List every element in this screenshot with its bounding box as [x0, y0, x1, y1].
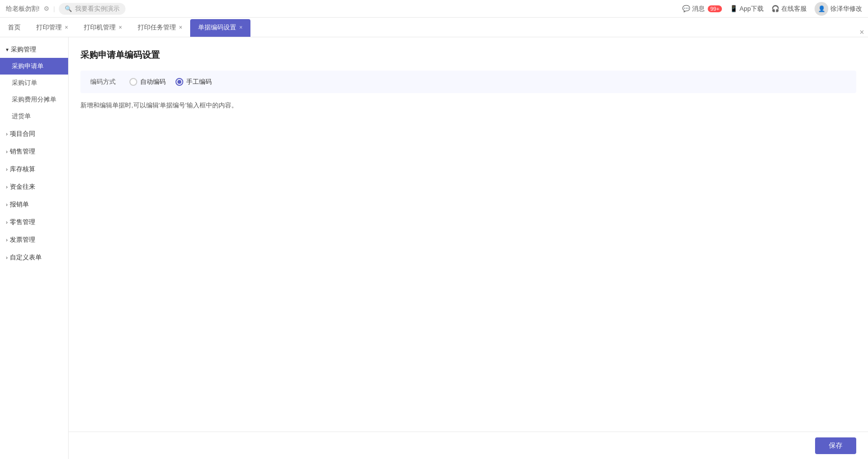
- close-all-icon[interactable]: ×: [860, 28, 864, 37]
- sidebar-group-sales-mgmt: › 销售管理: [0, 143, 68, 160]
- tab-printer-mgmt[interactable]: 打印机管理 ×: [76, 19, 130, 37]
- tab-single-doc-code-label: 单据编码设置: [198, 23, 236, 32]
- encoding-label: 编码方式: [90, 77, 116, 86]
- sidebar-item-purchase-expense-label: 采购费用分摊单: [12, 96, 56, 103]
- tab-home-label: 首页: [8, 23, 21, 32]
- search-bar[interactable]: 🔍 我要看实例演示: [59, 3, 125, 15]
- user-name: 徐泽华修改: [830, 4, 862, 13]
- top-bar-right: 💬 消息 99+ 📱 App下载 🎧 在线客服 👤 徐泽华修改: [682, 2, 862, 16]
- radio-auto-circle: [129, 78, 137, 86]
- top-bar: 给老板勿割! ⚙ | 🔍 我要看实例演示 💬 消息 99+ 📱 App下载 🎧 …: [0, 0, 868, 18]
- message-item[interactable]: 💬 消息 99+: [682, 4, 722, 13]
- sidebar-item-purchase-order-label: 采购订单: [12, 79, 37, 86]
- sidebar-group-fund-flow: › 资金往来: [0, 178, 68, 195]
- sidebar-group-inventory-title[interactable]: › 库存核算: [0, 161, 68, 178]
- save-button[interactable]: 保存: [815, 437, 856, 454]
- divider: |: [53, 5, 55, 12]
- content-inner: 采购申请单编码设置 编码方式 自动编码 手工编码 新增和编: [69, 37, 868, 432]
- tab-print-task-mgmt[interactable]: 打印任务管理 ×: [130, 19, 190, 37]
- search-text: 我要看实例演示: [75, 4, 120, 13]
- sidebar-group-purchase-mgmt: ▾ 采购管理 采购申请单 采购订单 采购费用分摊单 进货单: [0, 41, 68, 125]
- sidebar-group-inventory-label: 库存核算: [10, 165, 35, 174]
- sidebar-group-project-contract-label: 项目合同: [10, 129, 35, 138]
- content-area: 采购申请单编码设置 编码方式 自动编码 手工编码 新增和编: [69, 37, 868, 459]
- sidebar-group-expense-claim-label: 报销单: [10, 200, 29, 209]
- sidebar: ▾ 采购管理 采购申请单 采购订单 采购费用分摊单 进货单 › 项目合同: [0, 37, 69, 459]
- chevron-right-icon8: ›: [6, 255, 8, 260]
- sidebar-item-purchase-request[interactable]: 采购申请单: [0, 58, 68, 75]
- user-profile[interactable]: 👤 徐泽华修改: [815, 2, 862, 16]
- message-badge: 99+: [708, 5, 722, 12]
- chevron-right-icon4: ›: [6, 184, 8, 190]
- page-title: 采购申请单编码设置: [80, 49, 856, 61]
- message-icon: 💬: [682, 5, 690, 12]
- avatar: 👤: [815, 2, 828, 16]
- manual-code-label: 手工编码: [186, 77, 212, 86]
- sidebar-group-purchase-mgmt-title[interactable]: ▾ 采购管理: [0, 41, 68, 58]
- radio-auto-code[interactable]: 自动编码: [129, 77, 166, 86]
- search-icon: 🔍: [65, 5, 72, 12]
- tab-print-mgmt[interactable]: 打印管理 ×: [28, 19, 76, 37]
- chevron-right-icon: ›: [6, 131, 8, 137]
- tab-bar-right: ×: [860, 28, 868, 37]
- sidebar-group-invoice-mgmt-title[interactable]: › 发票管理: [0, 231, 68, 248]
- bottom-bar: 保存: [69, 432, 868, 459]
- main-layout: ▾ 采购管理 采购申请单 采购订单 采购费用分摊单 进货单 › 项目合同: [0, 37, 868, 459]
- sidebar-group-invoice-mgmt: › 发票管理: [0, 231, 68, 248]
- sidebar-item-purchase-order[interactable]: 采购订单: [0, 75, 68, 91]
- sidebar-item-purchase-request-label: 采购申请单: [12, 62, 44, 70]
- sidebar-group-fund-flow-label: 资金往来: [10, 182, 35, 191]
- chevron-right-icon7: ›: [6, 237, 8, 243]
- sidebar-item-goods-receipt[interactable]: 进货单: [0, 108, 68, 125]
- online-service-icon: 🎧: [771, 5, 779, 12]
- radio-group: 自动编码 手工编码: [129, 77, 212, 86]
- tab-home[interactable]: 首页: [0, 19, 28, 37]
- sidebar-group-retail-mgmt-label: 零售管理: [10, 218, 35, 227]
- chevron-right-icon5: ›: [6, 202, 8, 207]
- sidebar-group-sales-mgmt-title[interactable]: › 销售管理: [0, 143, 68, 160]
- top-bar-left: 给老板勿割! ⚙ | 🔍 我要看实例演示: [6, 3, 125, 15]
- sidebar-group-retail-mgmt-title[interactable]: › 零售管理: [0, 214, 68, 230]
- radio-manual-code[interactable]: 手工编码: [175, 77, 212, 86]
- online-service-label: 在线客服: [781, 4, 807, 13]
- tab-printer-mgmt-close[interactable]: ×: [119, 24, 122, 31]
- tab-print-mgmt-label: 打印管理: [36, 23, 62, 32]
- sidebar-group-fund-flow-title[interactable]: › 资金往来: [0, 178, 68, 195]
- sidebar-group-sales-mgmt-label: 销售管理: [10, 147, 35, 156]
- tab-single-doc-code[interactable]: 单据编码设置 ×: [190, 19, 250, 37]
- sidebar-group-retail-mgmt: › 零售管理: [0, 214, 68, 230]
- radio-manual-circle: [175, 78, 183, 86]
- tab-print-task-mgmt-label: 打印任务管理: [138, 23, 176, 32]
- sidebar-group-invoice-mgmt-label: 发票管理: [10, 235, 35, 244]
- chevron-right-icon3: ›: [6, 166, 8, 172]
- brand-label: 给老板勿割!: [6, 4, 40, 13]
- tab-single-doc-code-close[interactable]: ×: [239, 24, 243, 31]
- encoding-section: 编码方式 自动编码 手工编码: [80, 71, 856, 93]
- chevron-right-icon2: ›: [6, 149, 8, 154]
- tab-print-task-mgmt-close[interactable]: ×: [179, 24, 182, 31]
- chevron-right-icon6: ›: [6, 219, 8, 225]
- sidebar-group-project-contract-title[interactable]: › 项目合同: [0, 126, 68, 142]
- sidebar-group-expense-claim: › 报销单: [0, 196, 68, 213]
- tab-bar: 首页 打印管理 × 打印机管理 × 打印任务管理 × 单据编码设置 × ×: [0, 18, 868, 37]
- chevron-down-icon: ▾: [6, 47, 9, 53]
- app-download-item[interactable]: 📱 App下载: [730, 4, 764, 13]
- sidebar-group-custom-forms-title[interactable]: › 自定义表单: [0, 249, 68, 266]
- sidebar-item-purchase-expense[interactable]: 采购费用分摊单: [0, 91, 68, 108]
- sidebar-group-inventory: › 库存核算: [0, 161, 68, 178]
- app-download-label: App下载: [740, 4, 764, 13]
- settings-icon[interactable]: ⚙: [44, 5, 50, 12]
- sidebar-item-goods-receipt-label: 进货单: [12, 112, 31, 120]
- sidebar-group-custom-forms: › 自定义表单: [0, 249, 68, 266]
- sidebar-group-purchase-mgmt-label: 采购管理: [11, 45, 36, 54]
- sidebar-group-custom-forms-label: 自定义表单: [10, 253, 42, 262]
- tab-print-mgmt-close[interactable]: ×: [65, 24, 68, 31]
- online-service-item[interactable]: 🎧 在线客服: [771, 4, 807, 13]
- auto-code-label: 自动编码: [140, 77, 166, 86]
- tab-printer-mgmt-label: 打印机管理: [84, 23, 116, 32]
- message-label: 消息: [692, 4, 705, 13]
- hint-text: 新增和编辑单据时,可以编辑'单据编号'输入框中的内容。: [80, 101, 856, 110]
- sidebar-group-expense-claim-title[interactable]: › 报销单: [0, 196, 68, 213]
- sidebar-group-project-contract: › 项目合同: [0, 126, 68, 142]
- app-download-icon: 📱: [730, 5, 738, 12]
